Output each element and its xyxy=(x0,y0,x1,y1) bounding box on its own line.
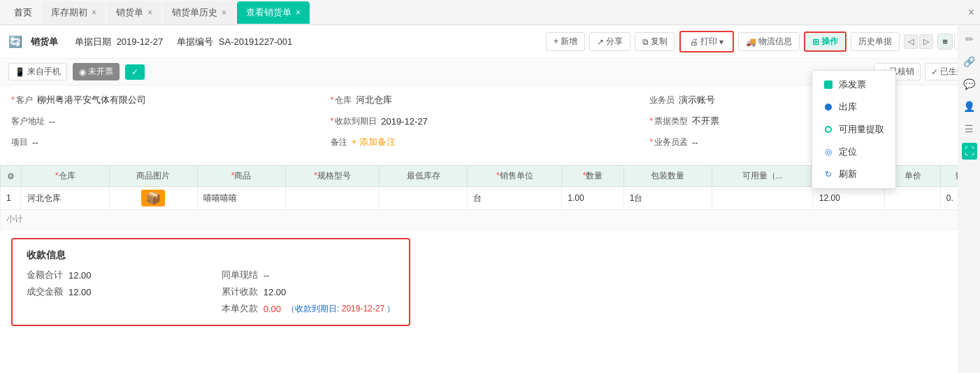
project-field: 项目 -- xyxy=(11,136,331,148)
ticket-value: 不开票 xyxy=(692,115,719,127)
same-order-row: 同单现结 -- xyxy=(222,269,396,281)
payment-date-label: 收款到期日 xyxy=(335,115,377,127)
user-icon[interactable]: 👤 xyxy=(960,98,978,115)
payment-info-box: 收款信息 金额合计 12.00 同单现结 -- 成交金额 12.00 累计收款 … xyxy=(11,238,410,326)
close-all-button[interactable]: × xyxy=(968,6,974,19)
home-tab-label: 首页 xyxy=(14,6,32,19)
doc-date-label: 单据日期 2019-12-27 xyxy=(75,36,163,48)
edit-icon[interactable]: ✏ xyxy=(963,31,977,48)
operations-dropdown: 添发票 出库 可用量提取 ◎ 定位 ↻ 刷新 xyxy=(812,70,896,189)
cumulative-value: 12.00 xyxy=(264,287,287,297)
payment-date-value: 2019-12-27 xyxy=(381,116,428,127)
col-product: *商品 xyxy=(197,166,285,187)
logistics-button[interactable]: 🚚 物流信息 xyxy=(738,32,800,51)
table-row: 1 河北仓库 📦 嘻嘻嘻嘻 台 1.00 1台 12.00 0. xyxy=(1,187,980,210)
employee-label: 业务员 xyxy=(649,94,675,106)
check-button[interactable]: ✓ xyxy=(125,64,145,80)
project-value: -- xyxy=(32,137,38,148)
add-invoice-label: 添发票 xyxy=(839,78,866,91)
tab-home[interactable]: 首页 xyxy=(6,2,41,23)
employee-field: 业务员 演示账号 xyxy=(649,94,969,106)
main-area: 🔄 销货单 单据日期 2019-12-27 单据编号 SA-20191227-0… xyxy=(0,25,980,373)
col-warehouse: *仓库 xyxy=(22,166,110,187)
right-sidebar: ✏ 🔗 💬 👤 ☰ ⛶ xyxy=(958,25,980,373)
payment-info-grid: 金额合计 12.00 同单现结 -- 成交金额 12.00 累计收款 12.00… xyxy=(27,269,395,315)
tab-inventory-init[interactable]: 库存期初 × xyxy=(42,1,106,24)
address-label: 客户地址 xyxy=(11,115,45,127)
salesperson-required: * xyxy=(649,137,653,147)
toolbar-actions: + 新增 ↗ 分享 ⧉ 复制 🖨 打印 ▾ 🚚 物流信息 ⊞ xyxy=(546,31,972,52)
view-list-button[interactable]: ≡ xyxy=(937,34,953,50)
close-sales-order-history[interactable]: × xyxy=(222,8,226,17)
row-quantity: 1.00 xyxy=(562,187,624,210)
warehouse-value: 河北仓库 xyxy=(356,94,392,106)
share-button[interactable]: ↗ 分享 xyxy=(589,32,630,51)
chat-icon[interactable]: 💬 xyxy=(960,76,978,92)
close-inventory-init[interactable]: × xyxy=(92,8,96,17)
doc-number-label: 单据编号 SA-20191227-001 xyxy=(177,36,292,48)
customer-required: * xyxy=(11,95,15,105)
row-price xyxy=(885,187,940,210)
refresh-label: 刷新 xyxy=(839,168,857,181)
tab-sales-order-history[interactable]: 销货单历史 × xyxy=(163,1,236,24)
arrears-note: （收款到期日: 2019-12-27 ） xyxy=(287,303,395,315)
doc-date-value: 2019-12-27 xyxy=(117,36,164,47)
print-button[interactable]: 🖨 打印 ▾ xyxy=(683,33,730,50)
col-image: 商品图片 xyxy=(109,166,197,187)
row-image: 📦 xyxy=(109,187,197,210)
doc-number-value: SA-20191227-001 xyxy=(219,36,293,47)
copy-button[interactable]: ⧉ 复制 xyxy=(635,32,675,51)
add-invoice-item[interactable]: 添发票 xyxy=(812,73,895,96)
locate-icon: ◎ xyxy=(823,147,833,157)
col-available: 可用量（... xyxy=(712,166,813,187)
row-min-stock xyxy=(380,187,468,210)
arrears-row: 本单欠款 0.00 （收款到期日: 2019-12-27 ） xyxy=(222,302,396,315)
share-icon: ↗ xyxy=(597,37,604,47)
tab-sales-order[interactable]: 销货单 × xyxy=(107,1,161,24)
ticket-type-field: * 票据类型 不开票 xyxy=(649,115,969,127)
print-highlight: 🖨 打印 ▾ xyxy=(679,31,734,52)
not-opened-button[interactable]: ◉ 未开票 xyxy=(73,63,120,80)
col-unit: *销售单位 xyxy=(468,166,562,187)
close-sales-order[interactable]: × xyxy=(147,8,152,17)
tab-view-sales-order[interactable]: 查看销货单 × xyxy=(237,1,310,24)
payment-date-required: * xyxy=(331,116,334,126)
new-button[interactable]: + 新增 xyxy=(546,32,585,51)
ticket-icon: ◉ xyxy=(79,67,86,77)
col-min-stock: 最低库存 xyxy=(380,166,468,187)
add-invoice-icon xyxy=(823,80,833,90)
salesperson-field: * 业务员孟 -- xyxy=(649,136,969,148)
cumulative-row: 累计收款 12.00 xyxy=(222,286,396,298)
salesperson-label: 业务员孟 xyxy=(654,136,688,148)
refresh-item[interactable]: ↻ 刷新 xyxy=(812,163,895,185)
col-settings[interactable]: ⚙ xyxy=(1,166,22,187)
link-icon[interactable]: 🔗 xyxy=(960,53,978,70)
project-label: 项目 xyxy=(11,136,28,148)
doc-title: 销货单 xyxy=(31,36,58,48)
list-icon[interactable]: ☰ xyxy=(962,120,977,137)
outbound-item[interactable]: 出库 xyxy=(812,96,895,118)
warehouse-required: * xyxy=(331,95,334,105)
employee-value: 演示账号 xyxy=(679,94,715,106)
prev-button[interactable]: ◁ xyxy=(904,34,918,49)
operations-button[interactable]: ⊞ 操作 xyxy=(804,31,846,52)
available-qty-item[interactable]: 可用量提取 xyxy=(812,118,895,141)
deal-amount-value: 12.00 xyxy=(69,287,92,297)
address-value: -- xyxy=(49,116,55,127)
total-amount-row: 金额合计 12.00 xyxy=(27,269,201,281)
sales-order-label: 销货单 xyxy=(116,6,143,19)
warehouse-field: * 仓库 河北仓库 xyxy=(331,94,650,106)
close-view-sales-order[interactable]: × xyxy=(296,8,301,17)
col-quantity: *数量 xyxy=(562,166,624,187)
row-index: 1 xyxy=(1,187,22,210)
fullscreen-icon[interactable]: ⛶ xyxy=(962,143,977,160)
from-phone-button[interactable]: 📱 来自手机 xyxy=(8,63,67,80)
history-button[interactable]: 历史单据 xyxy=(851,32,900,51)
phone-icon: 📱 xyxy=(15,67,25,77)
copy-icon: ⧉ xyxy=(642,37,649,47)
add-notes-btn[interactable]: + 添加备注 xyxy=(352,136,396,148)
locate-item[interactable]: ◎ 定位 xyxy=(812,141,895,163)
next-button[interactable]: ▷ xyxy=(919,34,933,49)
row-product: 嘻嘻嘻嘻 xyxy=(197,187,285,210)
arrears-label: 本单欠款 xyxy=(222,302,258,315)
